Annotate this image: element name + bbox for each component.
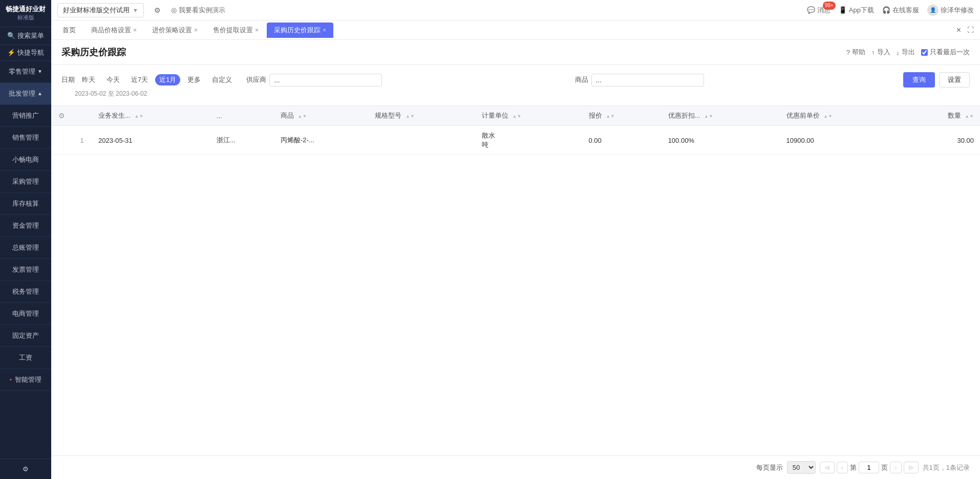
demo-link[interactable]: ◎ 我要看实例演示 [171,6,225,15]
per-page-select[interactable]: 10 20 50 100 [787,461,816,474]
sidebar-item-tax[interactable]: 税务管理 [0,281,51,303]
tab-end-buttons: × ⛶ [954,24,976,37]
row-product-cell: 丙烯酸-2-... [274,126,369,155]
col-header-spec[interactable]: 规格型号 ▲▼ [369,106,476,126]
date-opt-today[interactable]: 今天 [102,74,124,85]
tab-price[interactable]: 商品价格设置 × [84,23,144,38]
sidebar-item-ecommerce-small[interactable]: 小畅电商 [0,149,51,171]
next-page-button[interactable]: › [890,462,901,473]
tab-sale-extract-close[interactable]: × [255,27,259,34]
nav-icon: ⚡ [7,49,15,56]
sort-spec-icon: ▲▼ [406,114,415,119]
column-gear-icon[interactable]: ⚙ [58,112,65,120]
table-row: 1 2023-05-31 浙江... 丙烯酸-2-... 散水 吨 0.00 1… [51,126,980,155]
tab-maximize-button[interactable]: ⛶ [965,24,976,36]
sidebar-item-marketing[interactable]: 营销推广 [0,105,51,127]
sidebar-item-purchase[interactable]: 采购管理 [0,171,51,193]
col-header-quantity[interactable]: 数量 ▲▼ [901,106,980,126]
date-opt-custom[interactable]: 自定义 [208,74,236,85]
col-header-price[interactable]: 报价 ▲▼ [583,106,662,126]
tab-home[interactable]: 首页 [55,23,83,38]
date-filter: 日期 昨天 今天 近7天 近1月 更多 自定义 [61,74,236,85]
sidebar-item-ecommerce[interactable]: 电商管理 [0,303,51,325]
filter-row: 日期 昨天 今天 近7天 近1月 更多 自定义 供应商 ... 商品 [61,72,970,88]
sidebar-settings[interactable]: ⚙ [0,459,51,479]
sidebar-item-assets[interactable]: 固定资产 [0,325,51,347]
first-page-button[interactable]: ⊲ [820,462,835,473]
tab-close-all-button[interactable]: × [954,24,963,37]
last-only-checkbox[interactable] [921,49,928,56]
sort-price-icon: ▲▼ [606,114,615,119]
page-input[interactable] [859,462,879,473]
sidebar-nav[interactable]: ⚡ 快捷导航 [0,45,51,61]
sidebar-nav-label: 快捷导航 [17,49,44,56]
supplier-input[interactable]: ... [269,74,382,86]
sidebar-item-sales[interactable]: 销售管理 [0,127,51,149]
sidebar-item-capital[interactable]: 资金管理 [0,215,51,237]
sidebar-item-invoice[interactable]: 发票管理 [0,259,51,281]
prev-page-button[interactable]: ‹ [837,462,848,473]
date-opt-yesterday[interactable]: 昨天 [78,74,99,85]
headset-icon: 🎧 [882,6,890,14]
col-header-biz-date[interactable]: 业务发生... ▲▼ [92,106,210,126]
product-input[interactable]: ... [591,74,704,86]
last-page-button[interactable]: ⊳ [904,462,919,473]
sidebar-item-salary-label: 工资 [19,353,32,362]
tab-price-label: 商品价格设置 [91,26,131,35]
sidebar-item-inventory-label: 库存核算 [12,199,39,208]
setting-button[interactable]: 设置 [939,72,970,88]
export-icon: ↓ [897,49,900,56]
tab-history-price-close[interactable]: × [323,27,326,34]
sidebar-logo[interactable]: 畅捷通好业财 标准版 [0,0,51,27]
sidebar-item-retail-label: 零售管理 [9,67,35,76]
settings-gear-icon: ⚙ [23,465,29,473]
date-opt-last1m[interactable]: 近1月 [155,74,180,85]
help-link[interactable]: ? 帮助 [846,48,865,57]
sidebar-item-ledger[interactable]: 总账管理 [0,237,51,259]
date-filter-label: 日期 [61,75,75,84]
export-link[interactable]: ↓ 导出 [897,48,915,57]
page-header: 采购历史价跟踪 ? 帮助 ↑ 导入 ↓ 导出 只看最后一次 [51,40,980,65]
sidebar-item-wholesale[interactable]: 批发管理 ▲ [0,83,51,105]
tab-sale-extract[interactable]: 售价提取设置 × [206,23,266,38]
page-title: 采购历史价跟踪 [61,46,126,58]
date-opt-more[interactable]: 更多 [183,74,205,85]
col-header-before-discount[interactable]: 优惠前单价 ▲▼ [780,106,901,126]
product-filter: 商品 ... [575,74,893,86]
tab-purchase-strategy-close[interactable]: × [194,27,198,34]
col-header-discount[interactable]: 优惠折扣... ▲▼ [662,106,780,126]
sidebar-item-smart[interactable]: ● 智能管理 [0,369,51,391]
sidebar-search[interactable]: 🔍 搜索菜单 [0,27,51,45]
sidebar-item-retail[interactable]: 零售管理 ▼ [0,61,51,83]
sidebar-item-salary[interactable]: 工资 [0,347,51,369]
last-only-checkbox-label[interactable]: 只看最后一次 [921,48,970,57]
tab-purchase-strategy[interactable]: 进价策略设置 × [145,23,205,38]
service-label: 在线客服 [892,6,919,15]
message-button[interactable]: 💬 消息 99+ [807,6,830,15]
sidebar-item-inventory[interactable]: 库存核算 [0,193,51,215]
col-header-unit[interactable]: 计量单位 ▲▼ [476,106,583,126]
col-header-more[interactable]: ... [210,106,274,126]
sidebar-item-invoice-label: 发票管理 [12,265,39,274]
version-selector[interactable]: 好业财标准版交付试用 ▼ [57,3,144,17]
col-header-product[interactable]: 商品 ▲▼ [274,106,369,126]
version-selector-label: 好业财标准版交付试用 [63,6,130,15]
per-page-label: 每页显示 [756,463,783,472]
table-area: ⚙ 业务发生... ▲▼ ... 商品 ▲▼ 规格型号 [51,106,980,455]
online-service-button[interactable]: 🎧 在线客服 [882,6,919,15]
gear-icon: ⚙ [154,6,161,14]
sidebar: 畅捷通好业财 标准版 🔍 搜索菜单 ⚡ 快捷导航 零售管理 ▼ 批发管理 ▲ 营… [0,0,51,479]
topbar-gear-button[interactable]: ⚙ [150,4,165,16]
message-badge: 99+ [823,2,836,10]
query-button[interactable]: 查询 [903,72,935,88]
user-menu[interactable]: 👤 徐泽华修改 [927,5,974,16]
app-icon: 📱 [839,6,847,14]
import-link[interactable]: ↑ 导入 [871,48,890,57]
row-price-cell: 0.00 [583,126,662,155]
date-options: 昨天 今天 近7天 近1月 更多 自定义 [78,74,236,85]
tab-history-price[interactable]: 采购历史价跟踪 × [267,23,333,38]
supplier-filter-label: 供应商 [246,75,266,84]
tab-price-close[interactable]: × [133,27,137,34]
date-opt-last7[interactable]: 近7天 [127,74,152,85]
app-download-button[interactable]: 📱 App下载 [839,6,874,15]
